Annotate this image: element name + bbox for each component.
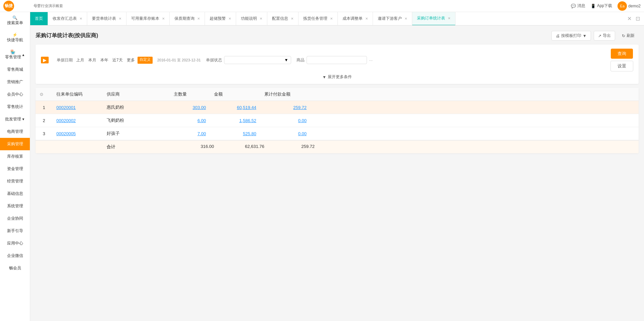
top-bar-right: 💬 消息 📱 App下载 Ea demo2 — [571, 1, 641, 11]
close-receipts-summary-icon[interactable]: ✕ — [79, 17, 82, 20]
close-usable-inventory-icon[interactable]: ✕ — [162, 17, 165, 20]
goods-filter-label: 商品 — [297, 57, 305, 63]
goods-filter-group: 商品 ··· — [297, 56, 373, 64]
custom-date-badge[interactable]: 自定义 — [138, 57, 153, 64]
this-month-shortcut[interactable]: 本月 — [87, 57, 98, 64]
tab-overstock-warning[interactable]: 超储预警 ✕ — [205, 12, 236, 25]
table-row[interactable]: 2 00020002 飞鹤奶粉 6.00 1,586.52 0.00 — [36, 114, 639, 127]
close-pick-task-icon[interactable]: ✕ — [330, 17, 333, 20]
tab-purchase-stats[interactable]: 采购订单统计表 ✕ — [412, 12, 455, 25]
close-func-desc-icon[interactable]: ✕ — [260, 17, 262, 20]
print-dropdown-icon: ▼ — [583, 34, 587, 38]
close-cost-adjust-icon[interactable]: ✕ — [365, 17, 368, 20]
tab-goods-stats[interactable]: 要货单统计表 ✕ — [87, 12, 126, 25]
sidebar-item-basic-info[interactable]: 基础信息 — [0, 188, 30, 200]
expand-more-button[interactable]: ▼ 展开更多条件 — [322, 74, 352, 80]
tab-home[interactable]: 首页 — [30, 12, 48, 25]
sidebar-item-member-center[interactable]: 会员中心 — [0, 88, 30, 101]
cell-qty: 303.00 — [170, 101, 210, 114]
qty-link[interactable]: 7.00 — [198, 131, 206, 136]
close-expiry-query-icon[interactable]: ✕ — [197, 17, 200, 20]
qty-link[interactable]: 303.00 — [193, 105, 206, 110]
sidebar-item-retail-mgmt[interactable]: 🏪 零售管理 ▲ — [0, 46, 30, 63]
this-year-shortcut[interactable]: 本年 — [99, 57, 110, 64]
paid-link[interactable]: 0.00 — [298, 118, 307, 123]
amount-link[interactable]: 1,586.52 — [239, 118, 256, 123]
refresh-button[interactable]: ↻ 刷新 — [618, 31, 639, 40]
print-button[interactable]: 🖨 按模板打印 ▼ — [551, 31, 591, 41]
message-icon: 💬 — [571, 4, 576, 8]
paid-link[interactable]: 0.00 — [298, 131, 307, 136]
sidebar-item-ops-mgmt[interactable]: 经营管理 — [0, 175, 30, 188]
close-purchase-stats-icon[interactable]: ✕ — [448, 16, 450, 20]
cell-code: 00020005 — [52, 127, 103, 140]
close-goods-stats-icon[interactable]: ✕ — [119, 17, 121, 20]
tab-usable-inventory[interactable]: 可用量库存账本 ✕ — [126, 12, 170, 25]
sidebar-item-retail-store[interactable]: 零售商城 — [0, 63, 30, 76]
close-config-info-icon[interactable]: ✕ — [291, 17, 293, 20]
user-menu[interactable]: Ea demo2 — [618, 1, 641, 11]
tab-expiry-query[interactable]: 保质期查询 ✕ — [170, 12, 205, 25]
sidebar-item-marketing[interactable]: 营销推广 — [0, 76, 30, 88]
content-area: 首页 收发存汇总表 ✕ 要货单统计表 ✕ 可用量库存账本 ✕ 保质期查询 ✕ — [30, 12, 644, 321]
tab-config-info[interactable]: 配置信息 ✕ — [267, 12, 299, 25]
sidebar-item-batch-mgmt[interactable]: 批发管理 ▼ — [0, 113, 30, 125]
collapse-filter-button[interactable]: ▶ — [41, 57, 49, 63]
table-row[interactable]: 3 00020005 好孩子 7.00 525.80 0.00 — [36, 127, 639, 140]
sidebar-item-ecom-mgmt[interactable]: 电商管理 — [0, 125, 30, 138]
tab-receipts-summary[interactable]: 收发存汇总表 ✕ — [48, 12, 87, 25]
tab-func-desc[interactable]: 功能说明 ✕ — [236, 12, 267, 25]
sidebar-item-member[interactable]: 畅会员 — [0, 262, 30, 274]
sidebar-item-new-guide[interactable]: 新手引导 — [0, 225, 30, 237]
filter-panel: ▶ 单据日期 上月 本月 本年 近7天 更多 自定义 2016-0 — [36, 45, 639, 84]
sidebar-item-purchase-mgmt[interactable]: 采购管理 — [0, 138, 30, 150]
tab-receipts-summary-label: 收发存汇总表 — [53, 16, 77, 21]
sidebar-item-enterprise-wechat[interactable]: 企业微信 — [0, 250, 30, 262]
paid-link[interactable]: 259.72 — [293, 105, 307, 110]
maximize-icon[interactable]: ⊡ — [634, 15, 641, 22]
sidebar-item-quick-nav[interactable]: ⚡ 快捷导航 — [0, 29, 30, 46]
code-link[interactable]: 00020005 — [56, 131, 76, 136]
table-row[interactable]: 1 00020001 惠氏奶粉 303.00 60,519.44 259.72 — [36, 101, 639, 114]
top-bar: 畅捷 母婴行业演示账套 💬 消息 📱 App下载 Ea demo2 — [0, 0, 644, 12]
code-link[interactable]: 00020002 — [56, 118, 76, 123]
export-button[interactable]: ↗ 导出 — [594, 31, 615, 41]
tab-cost-adjust[interactable]: 成本调整单 ✕ — [338, 12, 373, 25]
last-7-days-shortcut[interactable]: 近7天 — [111, 57, 124, 64]
goods-search-input[interactable] — [307, 56, 367, 64]
app-download-button[interactable]: 📱 App下载 — [591, 3, 612, 9]
amount-link[interactable]: 60,519.44 — [237, 105, 256, 110]
amount-link[interactable]: 525.80 — [243, 131, 256, 136]
status-select[interactable]: ▼ — [224, 56, 291, 64]
sidebar-item-enterprise-collab-label: 企业协同 — [0, 216, 30, 221]
sidebar-item-app-center[interactable]: 应用中心 — [0, 237, 30, 250]
close-invite-downstream-icon[interactable]: ✕ — [405, 17, 407, 20]
more-shortcut[interactable]: 更多 — [125, 57, 136, 64]
goods-more-icon[interactable]: ··· — [369, 58, 373, 63]
last-month-shortcut[interactable]: 上月 — [75, 57, 86, 64]
col-header-amount: 金额 — [210, 88, 260, 101]
close-all-tabs-icon[interactable]: ✕ — [626, 15, 633, 22]
sidebar-item-sys-mgmt[interactable]: 系统管理 — [0, 200, 30, 212]
settings-button[interactable]: 设置 — [610, 61, 633, 71]
page-header-actions: 🖨 按模板打印 ▼ ↗ 导出 ↻ 刷新 — [551, 31, 639, 41]
table-header-row: ⚙ 往来单位编码 供应商 主数量 金额 累计付款金额 — [36, 88, 639, 101]
tab-purchase-stats-label: 采购订单统计表 — [417, 15, 445, 21]
sidebar-item-retail-stats[interactable]: 零售统计 — [0, 101, 30, 113]
code-link[interactable]: 00020001 — [56, 105, 76, 110]
sidebar-item-enterprise-collab[interactable]: 企业协同 — [0, 212, 30, 225]
sidebar-item-finance-mgmt[interactable]: 资金管理 — [0, 163, 30, 175]
sidebar-item-search[interactable]: 🔍 搜索菜单 — [0, 12, 30, 29]
message-button[interactable]: 💬 消息 — [571, 3, 585, 9]
sidebar-item-inventory[interactable]: 库存核算 — [0, 150, 30, 163]
tab-invite-downstream[interactable]: 邀请下游客户 ✕ — [373, 12, 412, 25]
tab-pick-task[interactable]: 拣货任务管理 ✕ — [299, 12, 338, 25]
table-settings-icon[interactable]: ⚙ — [40, 92, 44, 97]
tab-pick-task-label: 拣货任务管理 — [303, 16, 327, 21]
close-overstock-warning-icon[interactable]: ✕ — [228, 17, 231, 20]
query-button[interactable]: 查询 — [611, 49, 633, 59]
qty-link[interactable]: 6.00 — [198, 118, 206, 123]
search-icon: 🔍 — [0, 15, 30, 20]
cell-amount: 60,519.44 — [210, 101, 260, 114]
status-filter-label: 单据状态 — [206, 57, 222, 63]
